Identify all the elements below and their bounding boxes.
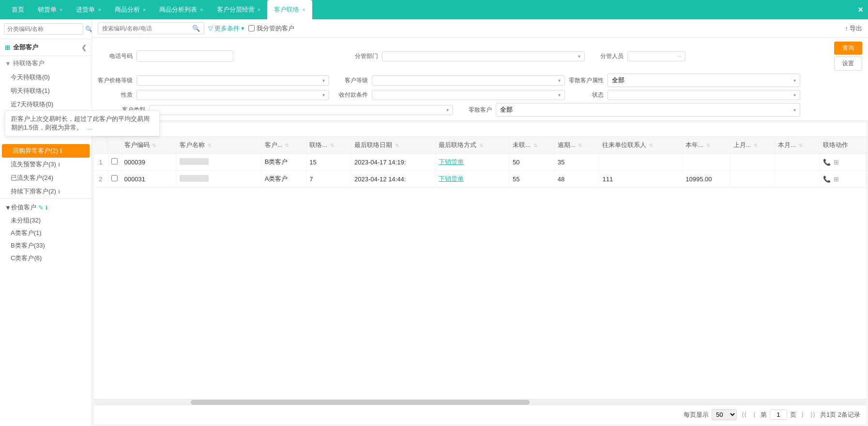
retail-attr-label: 零散客户属性 (569, 76, 608, 85)
cell-check[interactable] (107, 154, 121, 171)
sidebar: 🔍 ⊞ 全部客户 ❮ ▼ 待联络客户 今天待联络(0) 明天待联络(1) 近7天… (0, 19, 92, 426)
close-all-tabs[interactable]: × (858, 5, 863, 15)
pending-contact-section[interactable]: ▼ 待联络客户 (0, 56, 91, 71)
sidebar-collapse-btn[interactable]: ❮ (81, 44, 87, 51)
col-contact[interactable]: 联络... ⇅ (306, 137, 351, 154)
nav-home[interactable]: 首页 (5, 0, 31, 19)
phone-input[interactable] (137, 50, 233, 62)
losing-customers[interactable]: 流失预警客户(3) ℹ (0, 158, 91, 171)
week-pending[interactable]: 近7天待联络(0) (0, 98, 91, 111)
tomorrow-pending[interactable]: 明天待联络(1) (0, 84, 91, 98)
repeat-abnormal[interactable]: 回购异常客户(2) ℹ (2, 144, 90, 158)
nav-product-list[interactable]: 商品分析列表 × (152, 0, 210, 19)
cell-action: 📞 ⊞ (820, 154, 866, 171)
col-last-date[interactable]: 最后联络日期 ⇅ (351, 137, 436, 154)
h-scrollbar[interactable] (94, 399, 866, 405)
adv-filter: 电话号码 分管部门 ▾ 分管人员 ··· 查询 设置 (92, 38, 868, 121)
table-row: 2 000031 A类客户 7 2023-04-12 14:44: 下销货单 5… (94, 171, 866, 188)
action-phone-icon[interactable]: 📞 (823, 159, 831, 166)
col-last-month[interactable]: 上月... ⇅ (730, 137, 775, 154)
nav-customer-segment[interactable]: 客户分层经营 × (210, 0, 267, 19)
export-btn[interactable]: ↑ 导出 (845, 24, 863, 33)
dept-chevron: ▾ (578, 54, 580, 59)
col-overdue[interactable]: 逾期... ⇅ (554, 137, 599, 154)
per-page-select[interactable]: 50 10 20 100 (712, 409, 737, 420)
cell-last-date: 2023-04-17 14:19: (351, 154, 436, 171)
sidebar-search-area: 🔍 (0, 19, 91, 39)
nav-product-analysis-close[interactable]: × (143, 7, 146, 13)
nav-product-analysis[interactable]: 商品分析 × (108, 0, 152, 19)
nav-sales-close[interactable]: × (60, 7, 62, 13)
status-select[interactable]: ▾ (608, 90, 800, 100)
edit-icon[interactable]: ✎ (38, 204, 44, 211)
sidebar-search-icon[interactable]: 🔍 (85, 26, 92, 33)
sort-type-icon: ⇅ (285, 143, 289, 148)
per-page-label: 每页显示 (684, 411, 709, 419)
prev-page-btn[interactable]: ⟨ (751, 410, 758, 419)
nav-sales[interactable]: 销货单 × (31, 0, 69, 19)
retail-select[interactable]: 全部 ▾ (496, 103, 800, 117)
nav-purchase-close[interactable]: × (98, 7, 101, 13)
cell-this-year (683, 154, 730, 171)
value-customers-header[interactable]: ▼ 价值客户 ✎ ℹ (0, 201, 91, 214)
nav-customer-segment-close[interactable]: × (258, 7, 260, 13)
page-end-label: 页 (790, 411, 796, 419)
setting-button[interactable]: 设置 (834, 57, 862, 71)
table-row: 1 000039 B类客户 15 2023-04-17 14:19: 下销货单 … (94, 154, 866, 171)
nav-product-list-close[interactable]: × (200, 7, 203, 13)
today-pending[interactable]: 今天待联络(0) (0, 71, 91, 84)
cell-not-contacted: 50 (510, 154, 555, 171)
col-name[interactable]: 客户名称 ⇅ (177, 137, 261, 154)
col-this-month[interactable]: 本月... ⇅ (775, 137, 820, 154)
lost-customers[interactable]: 已流失客户(24) (0, 171, 91, 185)
col-unit-contact[interactable]: 往来单位联系人 ⇅ (599, 137, 683, 154)
value-ungrouped[interactable]: 未分组(32) (0, 214, 91, 227)
my-customers-checkbox[interactable] (248, 25, 255, 31)
cell-code: 000039 (121, 154, 177, 171)
first-page-btn[interactable]: ⟨⟨ (740, 410, 748, 419)
price-level-select[interactable]: ▾ (137, 75, 329, 86)
col-type[interactable]: 客户... ⇅ (261, 137, 306, 154)
customer-level-select[interactable]: ▾ (372, 75, 564, 86)
gender-select[interactable]: ▾ (137, 90, 329, 100)
value-c[interactable]: C类客户(6) (0, 252, 91, 264)
col-last-way[interactable]: 最后联络方式 ⇅ (436, 137, 510, 154)
col-this-year[interactable]: 本年... ⇅ (683, 137, 730, 154)
page-input[interactable] (770, 410, 787, 420)
table-toolbar: ⚙ (94, 123, 866, 137)
next-page-btn[interactable]: ⟩ (799, 410, 806, 419)
value-arrow: ▼ (5, 204, 11, 211)
gender-label: 性质 (98, 91, 137, 99)
nav-customer-contact-close[interactable]: × (302, 7, 305, 13)
sort-year-icon: ⇅ (706, 143, 710, 148)
filter-search-icon[interactable]: 🔍 (192, 25, 200, 32)
declining-customers[interactable]: 持续下滑客户(2) ℹ (0, 185, 91, 198)
nav-customer-contact[interactable]: 客户联络 × (267, 0, 312, 19)
nav-purchase[interactable]: 进货单 × (69, 0, 107, 19)
value-a[interactable]: A类客户(1) (0, 227, 91, 239)
sidebar-search-input[interactable] (4, 23, 83, 35)
last-page-btn[interactable]: ⟩⟩ (808, 410, 817, 419)
action-more-icon[interactable]: ⊞ (834, 159, 839, 166)
cell-check[interactable] (107, 171, 121, 188)
retail-attr-select[interactable]: 全部 ▾ (608, 73, 800, 87)
query-button[interactable]: 查询 (834, 42, 862, 55)
adv-row-3: 性质 ▾ 收付款条件 ▾ 状态 ▾ (98, 90, 862, 100)
filter-search-input[interactable] (102, 25, 190, 32)
more-conditions-btn[interactable]: ▽ 更多条件 ▾ (208, 24, 244, 33)
value-b[interactable]: B类客户(33) (0, 239, 91, 252)
person-chevron: ··· (677, 54, 681, 59)
person-field: 分管人员 ··· (589, 51, 830, 61)
action-phone-icon[interactable]: 📞 (823, 176, 831, 183)
dept-select[interactable]: ▾ (382, 51, 585, 61)
person-select[interactable]: ··· (627, 51, 685, 61)
h-scroll-thumb[interactable] (191, 400, 530, 405)
tooltip-more[interactable]: ... (87, 124, 91, 131)
customer-type-select[interactable]: ▾ (149, 105, 454, 115)
page-label: 第 (761, 411, 767, 419)
payment-select[interactable]: ▾ (372, 90, 564, 100)
col-not-contacted[interactable]: 未联... ⇅ (510, 137, 555, 154)
action-more-icon[interactable]: ⊞ (834, 176, 839, 183)
col-code[interactable]: 客户编码 ⇅ (121, 137, 177, 154)
chevron-down-icon: ▾ (241, 25, 244, 32)
